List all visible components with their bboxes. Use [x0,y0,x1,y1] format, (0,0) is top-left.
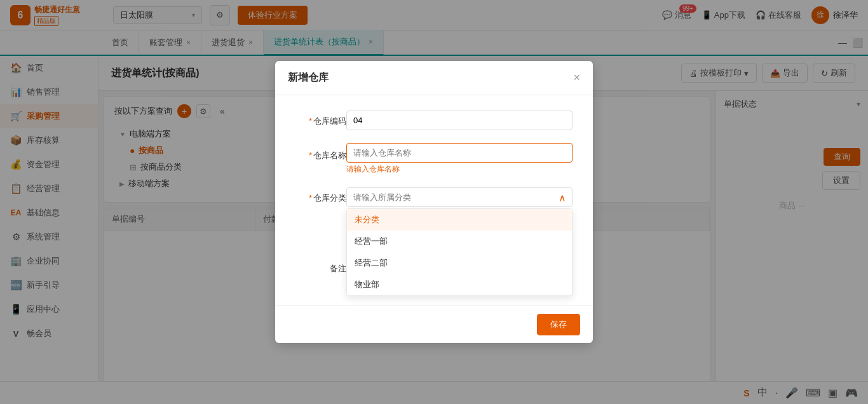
dropdown-item-property[interactable]: 物业部 [347,274,572,295]
modal-footer: 保存 [275,306,593,343]
warehouse-code-label: 仓库编码 [295,111,346,127]
warehouse-name-label: 仓库名称 [295,145,346,161]
warehouse-category-label: 仓库分类 [295,187,346,204]
notes-label: 备注 [295,258,346,274]
warehouse-category-wrapper: ∧ 未分类 经营一部 经营二部 物业部 [346,187,573,207]
modal-close-button[interactable]: × [573,71,580,84]
modal-header: 新增仓库 × [275,61,593,95]
warehouse-name-row: 仓库名称 请输入仓库名称 [295,143,573,175]
warehouse-name-input[interactable] [346,143,573,163]
modal-overlay: 新增仓库 × 仓库编码 仓库名称 请输入仓库名称 仓库分类 [0,0,868,404]
modal-body: 仓库编码 仓库名称 请输入仓库名称 仓库分类 ∧ 未分类 [275,95,593,306]
modal-title: 新增仓库 [288,71,329,84]
dropdown-item-ops2[interactable]: 经营二部 [347,252,572,274]
add-warehouse-modal: 新增仓库 × 仓库编码 仓库名称 请输入仓库名称 仓库分类 [275,61,593,343]
save-button[interactable]: 保存 [537,314,580,335]
warehouse-category-input[interactable] [346,187,573,207]
warehouse-code-row: 仓库编码 [295,111,573,130]
category-dropdown: 未分类 经营一部 经营二部 物业部 [346,208,573,296]
warehouse-code-input[interactable] [346,111,573,130]
dropdown-item-ops1[interactable]: 经营一部 [347,231,572,252]
warehouse-category-row: 仓库分类 ∧ 未分类 经营一部 经营二部 物业部 [295,187,573,207]
dropdown-item-uncategorized[interactable]: 未分类 [347,209,572,231]
warehouse-name-error: 请输入仓库名称 [346,164,400,175]
